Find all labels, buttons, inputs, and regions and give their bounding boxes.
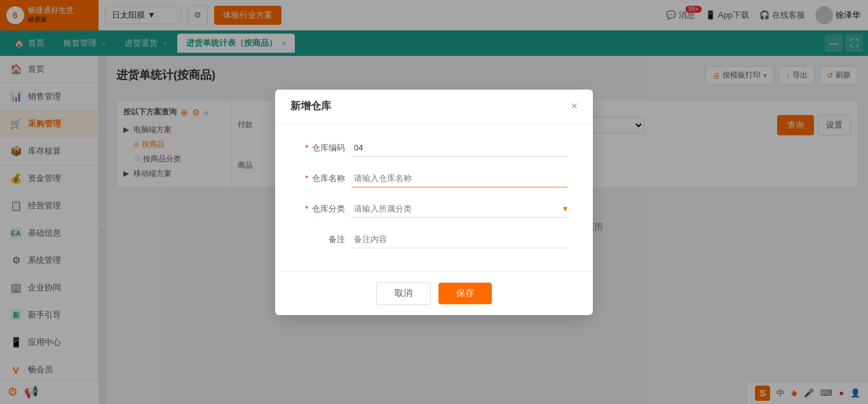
category-input[interactable] (351, 200, 563, 217)
save-button[interactable]: 保存 (438, 283, 492, 304)
modal-close-button[interactable]: × (571, 100, 578, 113)
chevron-down-icon[interactable]: ▾ (563, 203, 567, 213)
category-select-wrap: ▾ (351, 200, 567, 218)
code-label: * 仓库编码 (301, 142, 351, 154)
modal-title: 新增仓库 (290, 100, 331, 113)
form-row-note: 备注 (301, 231, 567, 248)
note-input[interactable] (351, 231, 567, 248)
category-label: * 仓库分类 (301, 203, 351, 215)
form-row-code: * 仓库编码 (301, 139, 567, 157)
warehouse-name-input[interactable] (351, 170, 567, 187)
cancel-button[interactable]: 取消 (376, 282, 431, 305)
form-row-name: * 仓库名称 (301, 170, 567, 187)
warehouse-code-input[interactable] (351, 139, 567, 157)
modal-body: * 仓库编码 * 仓库名称 * 仓库分类 (275, 124, 593, 271)
modal-header: 新增仓库 × (275, 90, 593, 124)
name-label: * 仓库名称 (301, 173, 351, 184)
modal-footer: 取消 保存 (275, 271, 593, 315)
note-label: 备注 (301, 234, 351, 245)
add-warehouse-modal: 新增仓库 × * 仓库编码 * 仓库名称 (275, 90, 593, 315)
form-row-category: * 仓库分类 ▾ (301, 200, 567, 218)
modal-backdrop: 新增仓库 × * 仓库编码 * 仓库名称 (0, 0, 868, 404)
